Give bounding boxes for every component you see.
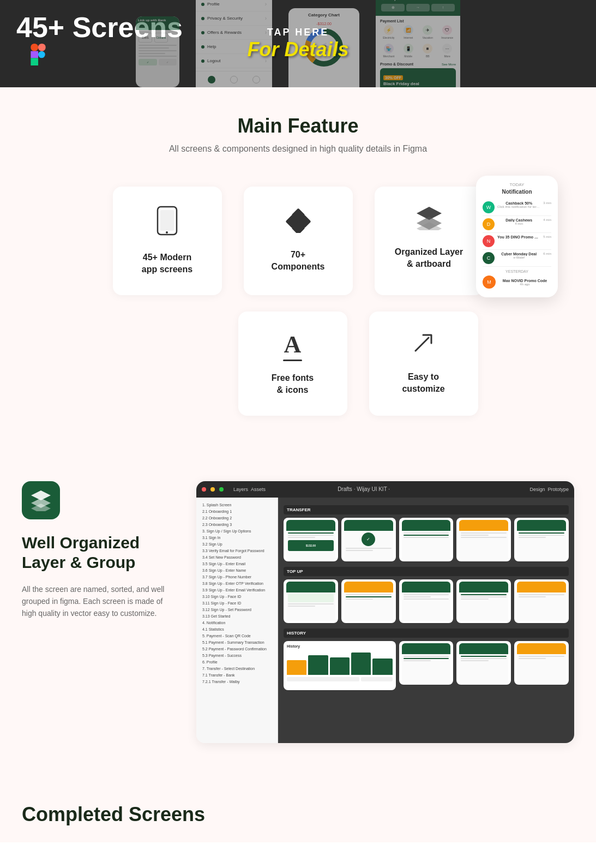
feature-card-customize: Easy tocustomize [369, 312, 478, 416]
organized-left-panel: Well OrganizedLayer & Group All the scre… [22, 481, 174, 620]
notif-time: 3 min [543, 201, 551, 205]
toolbar-layers-tab: Layers [233, 487, 248, 492]
notif-avatar: D [483, 218, 495, 230]
menu-item: Profile › [196, 0, 272, 11]
layer-item: 3.13 Get Started [201, 613, 273, 619]
toolbar-design-tab: Design [529, 487, 545, 492]
notification-item: W Cashback 50% Click this notification f… [483, 199, 551, 216]
layer-item: 3.4 Set New Password [201, 554, 273, 560]
layer-item: 5. Payment - Scan QR Code [201, 633, 273, 639]
feature-card-layers: Organized Layer& artboard [375, 187, 484, 295]
layer-item: 3.1 Sign In [201, 535, 273, 541]
phone-icon [127, 206, 208, 241]
components-icon [257, 206, 339, 238]
organized-title: Well OrganizedLayer & Group [22, 533, 174, 572]
yesterday-label: YESTERDAY [483, 270, 551, 273]
feature-screens-title: 45+ Modernapp screens [127, 252, 208, 276]
notif-title: Daily Cashews [497, 218, 540, 222]
tap-here-overlay[interactable]: TAP HERE For Details [247, 27, 348, 61]
action-btn-3: ↑ [431, 4, 455, 11]
window-close-dot [202, 487, 206, 492]
feature-card-components: 70+Components [244, 187, 353, 295]
svg-rect-11 [160, 210, 174, 231]
layer-item: 3.12 Sign Up - Set Password [201, 607, 273, 613]
notification-header: Notification [483, 189, 551, 195]
main-feature-title: Main Feature [22, 115, 574, 137]
payment-internet: 📶 Internet [400, 25, 417, 39]
notif-time: 4 min [543, 218, 551, 222]
payment-list-title: Payment List [380, 19, 456, 23]
layer-item: 3.5 Sign Up - Enter Email [201, 561, 273, 567]
phone-preview-left: Link up with Bank DBS Citibank ✓ ✓ [136, 16, 179, 87]
svg-rect-1 [38, 44, 46, 51]
canvas-phone-12 [456, 641, 511, 685]
canvas-phone-3 [399, 518, 454, 561]
layer-item: 3.8 Sign Up - Enter OTP Verification [201, 580, 273, 586]
layer-item: 5.2 Payment - Password Confirmation [201, 646, 273, 652]
layer-item: 4. Notification [201, 620, 273, 626]
feature-card-fonts: A Free fonts& icons [238, 312, 347, 416]
balance-amount: $15,901 [381, 0, 455, 1]
notification-item: C Cyber Monday Deal e-Walef 6 min [483, 250, 551, 267]
layer-item: 5.1 Payment - Summary Transaction [201, 639, 273, 645]
feature-card-screens: 45+ Modernapp screens [113, 187, 222, 295]
feature-components-title: 70+Components [257, 249, 339, 273]
layer-item: 1. Splash Screen [201, 502, 273, 508]
canvas-phone-8 [399, 579, 454, 623]
notif-avatar: N [483, 235, 495, 247]
svg-point-3 [38, 51, 45, 58]
completed-section: Completed Screens [0, 776, 596, 842]
canvas-phone-4 [456, 518, 511, 561]
action-btn-2: → [406, 4, 430, 11]
chart-label: Category Chart [304, 8, 344, 22]
see-more: See More [442, 63, 456, 66]
canvas-phone-1: $132.00 [284, 518, 338, 561]
layer-item: 6. Profile [201, 659, 273, 665]
notif-content: You 35 DINO Promo Code [497, 235, 540, 239]
completed-title: Completed Screens [22, 803, 574, 826]
payment-electricity: ⚡ Electricity [380, 25, 398, 39]
layer-item: 7. Transfer - Select Destination [201, 666, 273, 672]
figma-canvas: TRANSFER $132.00 [278, 498, 574, 743]
layer-item: 2.3 Onboarding 3 [201, 522, 273, 528]
payment-mobile: 📱 Mobile [400, 44, 417, 58]
layer-item: 3.6 Sign Up - Enter Name [201, 567, 273, 573]
feature-customize-title: Easy tocustomize [383, 371, 465, 396]
organized-icon [22, 481, 60, 519]
layers-icon [388, 206, 470, 235]
window-min-dot [210, 487, 215, 492]
layer-item: 3.7 Sign Up - Phone Number [201, 574, 273, 580]
payment-merchant: 🏪 Merchant [380, 44, 398, 58]
notif-content: Cashback 50% Click this notification for… [497, 201, 540, 208]
canvas-phone-11 [399, 641, 454, 685]
layer-item: 3.2 Sign Up [201, 541, 273, 547]
payment-insurance: 🛡 Insurance [438, 25, 456, 39]
figma-doc-title: Drafts · Wijay UI KIT · [338, 486, 390, 492]
phone-bank-header: Link up with Bank [136, 16, 179, 30]
canvas-topup-header: TOP UP [284, 567, 569, 576]
canvas-phone-5 [514, 518, 569, 561]
bank-citibank-icon: Citibank [154, 33, 168, 43]
layer-item: 7.2.1 Transfer - Walby [201, 679, 273, 685]
layer-item: 3. Sign Up / Sign Up Options [201, 528, 273, 534]
payment-vacation: ✈ Vacation [419, 25, 437, 39]
svg-rect-2 [31, 51, 38, 58]
layer-item: 5.3 Payment - Success [201, 653, 273, 659]
organized-description: All the screen are named, sorted, and we… [22, 583, 174, 620]
notif-time: 5 min [543, 235, 551, 238]
layer-item: 2.2 Onboarding 2 [201, 515, 273, 521]
feature-layers-title: Organized Layer& artboard [388, 246, 470, 271]
figma-editor-preview: Layers Assets Drafts · Wijay UI KIT · De… [196, 481, 574, 743]
canvas-phone-2: ✓ [341, 518, 396, 561]
menu-item: Privacy & Security › [196, 11, 272, 26]
payment-bb: ◾ BB [419, 44, 437, 58]
layer-item: 3.3 Verify Email for Forgot Password [201, 548, 273, 554]
chart-amount: -$312.00 [316, 22, 332, 26]
canvas-phone-7 [341, 579, 396, 623]
feature-fonts-title: Free fonts& icons [252, 372, 334, 397]
notif-avatar: C [483, 252, 495, 264]
canvas-history-phone: History [284, 641, 396, 690]
toolbar-prototype-tab: Prototype [547, 487, 569, 492]
old-notif-content: Max NOVID Promo Code 4h ago [498, 279, 551, 286]
organized-section: Well OrganizedLayer & Group All the scre… [0, 448, 596, 776]
